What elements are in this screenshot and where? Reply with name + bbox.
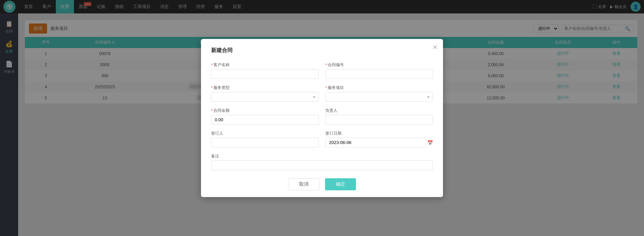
- customer-name-input[interactable]: [211, 69, 319, 79]
- amount-field: * 合同金额: [211, 108, 319, 125]
- service-type-label: * 服务类型: [211, 85, 319, 91]
- form-row-4: 签订人 签订日期 📅: [211, 131, 433, 147]
- form-row-3: * 合同金额 负责人: [211, 108, 433, 125]
- customer-name-label: * 客户名称: [211, 62, 319, 68]
- form-row-5: 备注: [211, 153, 433, 170]
- customer-name-field: * 客户名称: [211, 62, 319, 79]
- contract-no-field: * 合同编号: [325, 62, 433, 79]
- responsible-field: 负责人: [325, 108, 433, 125]
- amount-label: * 合同金额: [211, 108, 319, 113]
- new-contract-modal: ✕ 新建合同 * 客户名称 * 合同编号: [201, 39, 443, 197]
- signer-input[interactable]: [211, 138, 319, 147]
- modal-actions: 取消 确定: [211, 178, 433, 190]
- modal-overlay: ✕ 新建合同 * 客户名称 * 合同编号: [0, 0, 644, 236]
- form-row-2: * 服务类型 ▼ * 服务项目: [211, 85, 433, 102]
- sign-date-field: 签订日期 📅: [325, 131, 433, 147]
- amount-input[interactable]: [211, 115, 319, 125]
- signer-label: 签订人: [211, 131, 319, 136]
- signer-field: 签订人: [211, 131, 319, 147]
- service-item-select[interactable]: [325, 92, 433, 102]
- calendar-icon[interactable]: 📅: [427, 140, 433, 145]
- responsible-input[interactable]: [325, 115, 433, 125]
- notes-field: 备注: [211, 153, 433, 170]
- form-row-1: * 客户名称 * 合同编号: [211, 62, 433, 79]
- notes-label: 备注: [211, 153, 433, 159]
- confirm-button[interactable]: 确定: [325, 178, 356, 190]
- service-item-field: * 服务项目 ▼: [325, 85, 433, 102]
- contract-no-label: * 合同编号: [325, 62, 433, 68]
- contract-no-input[interactable]: [325, 69, 433, 79]
- modal-title: 新建合同: [211, 47, 433, 54]
- notes-input[interactable]: [211, 160, 433, 170]
- responsible-label: 负责人: [325, 108, 433, 113]
- service-item-select-wrap: ▼: [325, 92, 433, 102]
- service-item-label: * 服务项目: [325, 85, 433, 91]
- cancel-button[interactable]: 取消: [288, 178, 320, 190]
- service-type-select[interactable]: [211, 92, 319, 102]
- service-type-field: * 服务类型 ▼: [211, 85, 319, 102]
- modal-close-button[interactable]: ✕: [433, 44, 438, 51]
- sign-date-label: 签订日期: [325, 131, 433, 136]
- sign-date-wrap: 📅: [325, 138, 433, 147]
- service-type-select-wrap: ▼: [211, 92, 319, 102]
- sign-date-input[interactable]: [325, 138, 426, 147]
